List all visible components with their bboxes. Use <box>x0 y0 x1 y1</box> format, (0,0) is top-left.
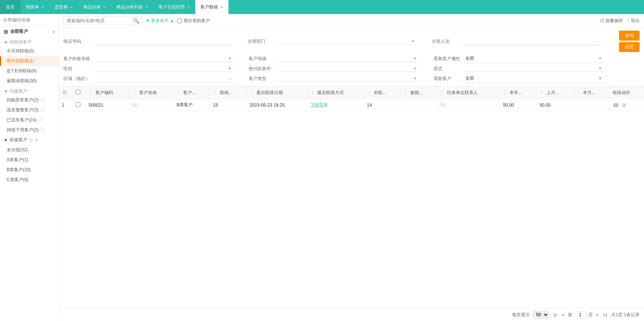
col-this-year: ⋮ 本年... <box>500 86 536 99</box>
nav-customer-segment[interactable]: 客户分层经营 ✕ <box>153 0 195 14</box>
table-row: 1 000021 Ea B类客户 15 2023-05-23 18:25: 下销… <box>59 99 644 111</box>
chevron-down-icon: ▼ <box>598 76 602 80</box>
payment-select[interactable]: ▼ <box>278 65 419 72</box>
cell-code: 000021 <box>85 99 129 111</box>
cell-index: 1 <box>59 99 72 111</box>
per-page-label: 每页显示 <box>512 312 530 318</box>
nav-customer-contact[interactable]: 客户联络 ✕ <box>195 0 228 14</box>
nav-product-analysis[interactable]: 商品分析 ✕ <box>78 0 111 14</box>
page-size-select[interactable]: 50 <box>533 311 549 319</box>
retail-customer-select[interactable]: 全部 ▼ <box>463 74 604 83</box>
customer-type-select[interactable]: ▼ <box>278 75 419 82</box>
search-input[interactable] <box>67 18 133 23</box>
query-button[interactable]: 查询 <box>619 31 640 41</box>
close-icon[interactable]: ✕ <box>145 5 148 9</box>
nav-sales[interactable]: 销售单 ✕ <box>21 0 49 14</box>
filter-retail-customer: 零散客户 全部 ▼ <box>434 74 604 83</box>
nav-purchase[interactable]: 进货单 ✕ <box>49 0 78 14</box>
phone-action-icon[interactable]: ☎ <box>613 102 619 108</box>
sidebar-item-class-c[interactable]: C类客户(6) <box>0 175 59 185</box>
sidebar: 🔍 ⊞ 全部客户 « ▼ 待联络客户 今天待联络(0) 明天待联络(1) 近7天… <box>0 14 59 321</box>
retail-attr-select[interactable]: 全部 ▼ <box>463 54 604 63</box>
cell-contact-count: 15 <box>210 99 246 111</box>
sort-icon: ⋮ <box>89 90 93 95</box>
qr-action-icon[interactable]: ⊞ <box>622 102 626 108</box>
chevron-down-icon: ▼ <box>413 66 417 70</box>
page-label: 第 <box>568 312 572 318</box>
sidebar-item-class-a[interactable]: A类客户(1) <box>0 155 59 165</box>
close-icon[interactable]: ✕ <box>70 5 73 9</box>
close-icon[interactable]: ✕ <box>187 5 190 9</box>
search-box: 🔍 <box>63 16 143 25</box>
col-action: 联络动作 <box>609 86 644 99</box>
chevron-down-icon: ▼ <box>598 66 602 70</box>
nav-product-analysis-list[interactable]: 商品分析列表 ✕ <box>111 0 153 14</box>
chevron-down-icon: ▼ <box>228 56 232 61</box>
cell-actions: ☎ ⊞ <box>609 99 644 111</box>
sidebar-search-input[interactable] <box>3 17 58 23</box>
filter-row-1: 电话号码 分管部门 ▼ 分管人员 ··· <box>63 31 640 52</box>
collapse-icon[interactable]: « <box>52 29 55 34</box>
col-contact-count: ⋮ 联络... <box>210 86 246 99</box>
chevron-down-icon: ▼ <box>228 66 232 70</box>
filter-row-4: 区域（地区） ··· 客户类型 ▼ 零散客户 <box>63 74 640 83</box>
sidebar-item-today-contact[interactable]: 今天待联络(0) <box>0 46 59 56</box>
row-checkbox[interactable] <box>76 102 80 107</box>
person-select[interactable]: ··· <box>461 38 601 45</box>
page-input[interactable] <box>574 311 587 318</box>
sidebar-search-area: 🔍 <box>0 14 59 26</box>
nav-home[interactable]: 首页 <box>0 0 21 14</box>
grid-icon: ⊞ <box>4 29 8 35</box>
sidebar-all-customers[interactable]: ⊞ 全部客户 « <box>0 26 59 37</box>
status-select[interactable]: ▼ <box>463 65 604 72</box>
setting-button[interactable]: 设置 <box>619 42 640 52</box>
sidebar-item-overdue-contact[interactable]: 逾期未联络(30) <box>0 76 59 86</box>
my-customers-checkbox[interactable] <box>177 18 182 23</box>
batch-op-button[interactable]: ☑ 批量操作 <box>600 18 623 24</box>
checkbox-icon: ☑ <box>600 18 604 23</box>
more-conditions-button[interactable]: ▼ 更多条件 ▲ <box>146 18 174 24</box>
chevron-down-icon: ▼ <box>411 39 415 43</box>
first-page-button[interactable]: |< <box>552 311 559 318</box>
filter-status: 状态 ▼ <box>434 65 604 72</box>
filter-dept: 分管部门 ▼ <box>248 38 417 45</box>
prev-page-button[interactable]: < <box>560 311 566 318</box>
close-icon[interactable]: ✕ <box>41 5 44 9</box>
sidebar-item-class-b[interactable]: B类客户(33) <box>0 165 59 175</box>
sidebar-item-repeat-anomaly[interactable]: 回购异常客户(2) ⓘ <box>0 95 59 105</box>
close-icon[interactable]: ✕ <box>220 5 223 9</box>
export-button[interactable]: ↑ 导出 <box>627 18 640 24</box>
customer-price-select[interactable]: ▼ <box>93 55 234 62</box>
sidebar-item-ungrouped[interactable]: 未分组(32) <box>0 145 59 155</box>
col-checkbox <box>72 86 85 99</box>
search-icon[interactable]: 🔍 <box>133 18 139 24</box>
refresh-icon[interactable]: ↻ <box>29 138 33 143</box>
edit-icon[interactable]: ✎ <box>35 138 38 143</box>
sidebar-item-continuous-down[interactable]: 持续下滑客户(2) ⓘ <box>0 125 59 135</box>
region-select[interactable]: ··· <box>93 75 234 83</box>
sidebar-item-lost-risk[interactable]: 流失预警客户(3) ⓘ <box>0 105 59 115</box>
filter-panel: 电话号码 分管部门 ▼ 分管人员 ··· <box>59 28 644 86</box>
filter-customer-type: 客户类型 ▼ <box>249 75 419 82</box>
next-page-button[interactable]: > <box>594 311 600 318</box>
sidebar-item-tomorrow-contact[interactable]: 明天待联络(1) <box>0 56 59 66</box>
gender-select[interactable]: ▼ <box>93 65 234 72</box>
chevron-down-icon: ▼ <box>598 56 602 61</box>
filter-row-3: 性别 ▼ 收付款条件 ▼ 状态 <box>63 65 640 72</box>
select-all-checkbox[interactable] <box>76 90 80 94</box>
sidebar-item-lost[interactable]: 已流失客户(24) ⓘ <box>0 115 59 125</box>
sidebar-item-week-contact[interactable]: 近7天待联络(0) <box>0 66 59 76</box>
col-last-contact-method: ⋮ 最后联络方式 <box>307 86 364 99</box>
close-icon[interactable]: ✕ <box>103 5 106 9</box>
action-icons-group: ☎ ⊞ <box>613 102 641 108</box>
filter-row-2: 客户价格等级 ▼ 客户等级 ▼ 零散客户属性 <box>63 54 640 63</box>
dept-select[interactable]: ▼ <box>277 38 417 45</box>
last-page-button[interactable]: >| <box>601 311 608 318</box>
settings-gear-icon[interactable]: ⚙ <box>62 89 67 96</box>
cell-last-date: 2023-05-23 18:25: <box>246 99 307 111</box>
customer-level-select[interactable]: ▼ <box>278 55 419 62</box>
filter-gender: 性别 ▼ <box>63 65 234 72</box>
last-method-link[interactable]: 下销货单 <box>310 102 328 107</box>
phone-input[interactable] <box>93 38 233 45</box>
col-customer-name: ⋮ 客户名称 <box>129 86 173 99</box>
